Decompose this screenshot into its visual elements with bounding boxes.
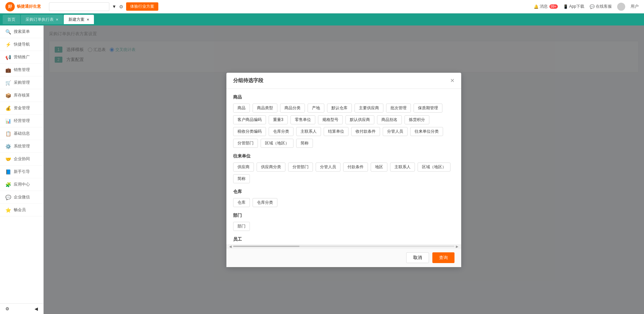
field-tag-warehouse-category[interactable]: 仓库分类 — [269, 127, 293, 136]
cancel-button[interactable]: 取消 — [406, 252, 429, 263]
field-tag-warehouse[interactable]: 仓库 — [233, 198, 250, 207]
field-tag-partners-dept[interactable]: 分管部门 — [288, 163, 313, 172]
avatar[interactable] — [617, 3, 625, 11]
exp-button[interactable]: 体验行业方案 — [126, 2, 158, 11]
settings-bottom-icon[interactable]: ⚙ — [5, 306, 9, 311]
tab-purchase-close-icon[interactable]: ✕ — [56, 18, 58, 21]
modal-footer: 取消 查询 — [226, 248, 461, 267]
field-tag-origin[interactable]: 产地 — [308, 104, 324, 113]
field-tag-tax-code[interactable]: 税收分类编码 — [233, 127, 266, 136]
field-tag-payment-terms[interactable]: 收付款条件 — [351, 127, 380, 136]
section-warehouse-tags: 仓库 仓库分类 — [233, 198, 454, 207]
sidebar-item-quick-nav[interactable]: ⚡ 快捷导航 — [0, 38, 43, 51]
field-tag-short-name[interactable]: 简称 — [296, 139, 313, 148]
collapse-icon[interactable]: ◀ — [35, 306, 38, 311]
field-tag-customer-code[interactable]: 客户商品编码 — [233, 115, 266, 124]
sidebar-item-purchase-label: 采购管理 — [14, 80, 30, 85]
field-tag-department[interactable]: 部门 — [233, 222, 250, 231]
field-tag-batch-mgmt[interactable]: 批次管理 — [386, 104, 411, 113]
modal-close-button[interactable]: ✕ — [450, 77, 454, 84]
quick-nav-icon: ⚡ — [5, 42, 11, 47]
field-tag-goods[interactable]: 商品 — [233, 104, 250, 113]
message-icon: 🔔 — [534, 4, 539, 9]
sidebar-item-sales[interactable]: 💼 销售管理 — [0, 64, 43, 76]
message-badge: 99+ — [549, 4, 558, 9]
tab-new-plan-label: 新建方案 — [68, 17, 85, 22]
sidebar-item-member[interactable]: ⭐ 畅会员 — [0, 204, 43, 216]
message-item[interactable]: 🔔 消息 99+ — [534, 4, 558, 9]
member-icon: ⭐ — [5, 207, 11, 213]
sidebar-item-guide[interactable]: 📘 新手引导 — [0, 166, 43, 178]
field-tag-supplier[interactable]: 供应商 — [233, 163, 254, 172]
guide-icon: 📘 — [5, 169, 11, 175]
sidebar-item-app-center[interactable]: 🧩 应用中心 — [0, 178, 43, 191]
sidebar-item-inventory[interactable]: 📦 库存核算 — [0, 89, 43, 102]
field-tag-region[interactable]: 区域（地区） — [261, 139, 293, 148]
sidebar-item-operation[interactable]: 📊 经营管理 — [0, 115, 43, 127]
sidebar-item-enterprise-wechat[interactable]: 💬 企业微信 — [0, 191, 43, 204]
tab-new-plan[interactable]: 新建方案 ✕ — [64, 15, 94, 24]
sidebar-bottom: ⚙ ◀ — [0, 303, 43, 314]
sidebar-item-sales-label: 销售管理 — [14, 67, 30, 73]
service-label: 在线客服 — [596, 4, 612, 9]
search-input[interactable] — [49, 2, 109, 11]
sidebar-item-finance[interactable]: 💰 资金管理 — [0, 102, 43, 115]
field-tag-area[interactable]: 地区 — [371, 163, 387, 172]
field-tag-default-supplier[interactable]: 默认供应商 — [345, 115, 374, 124]
modal-title: 分组待选字段 — [233, 77, 263, 84]
field-tag-dept[interactable]: 分管部门 — [233, 139, 258, 148]
section-employee: 员工 业务员 — [233, 236, 454, 245]
sidebar-item-purchase[interactable]: 🛒 采购管理 — [0, 76, 43, 89]
section-partners: 往来单位 供应商 供应商分类 分管部门 分管人员 付款条件 地区 主联系人 区域… — [233, 153, 454, 183]
field-tag-manager[interactable]: 分管人员 — [383, 127, 408, 136]
field-tag-partners-short[interactable]: 简称 — [233, 174, 250, 183]
gear-icon[interactable]: ⚙ — [119, 4, 123, 9]
tab-bar: 首页 采购订单执行表 ✕ 新建方案 ✕ — [0, 13, 644, 25]
header-dropdown[interactable]: ▼ — [112, 4, 116, 9]
modal-horizontal-scrollbar[interactable]: ◀ ▶ — [226, 245, 461, 248]
field-tag-points[interactable]: 炼货积分 — [405, 115, 429, 124]
field-tag-partners-region[interactable]: 区域（地区） — [418, 163, 450, 172]
top-header: 好 畅捷通好生意 ▼ ⚙ 体验行业方案 🔔 消息 99+ 📱 App下载 💬 在… — [0, 0, 644, 13]
modal-header: 分组待选字段 ✕ — [226, 73, 461, 89]
field-tag-default-warehouse[interactable]: 默认仓库 — [327, 104, 352, 113]
field-tag-weight[interactable]: 重量3 — [269, 115, 288, 124]
field-tag-shelf-life[interactable]: 保质期管理 — [414, 104, 442, 113]
sidebar-item-basic-info[interactable]: 📋 基础信息 — [0, 127, 43, 140]
field-tag-warehouse-cat[interactable]: 仓库分类 — [253, 198, 277, 207]
field-tag-settlement-unit[interactable]: 结算单位 — [324, 127, 348, 136]
app-download-item[interactable]: 📱 App下载 — [563, 4, 584, 9]
field-tag-goods-alias[interactable]: 商品别名 — [377, 115, 402, 124]
field-tag-partners-contact[interactable]: 主联系人 — [390, 163, 415, 172]
field-tag-supplier-category[interactable]: 供应商分类 — [257, 163, 285, 172]
tab-home[interactable]: 首页 — [3, 15, 20, 24]
service-icon: 💬 — [590, 4, 595, 9]
section-warehouse: 仓库 仓库 仓库分类 — [233, 189, 454, 207]
section-goods: 商品 商品 商品类型 商品分类 产地 默认仓库 主要供应商 批次管理 保质期管理… — [233, 94, 454, 148]
sidebar-item-search[interactable]: 🔍 搜索菜单 — [0, 25, 43, 38]
sidebar-item-quick-nav-label: 快捷导航 — [14, 42, 30, 47]
sidebar-item-system[interactable]: ⚙️ 系统管理 — [0, 140, 43, 153]
field-tag-partner-category[interactable]: 往来单位分类 — [410, 127, 443, 136]
sidebar-item-system-label: 系统管理 — [14, 143, 30, 149]
sidebar-item-search-label: 搜索菜单 — [14, 29, 30, 35]
sidebar-item-operation-label: 经营管理 — [14, 118, 30, 124]
app-label: App下载 — [569, 4, 584, 9]
system-icon: ⚙️ — [5, 144, 11, 149]
tab-purchase-order[interactable]: 采购订单执行表 ✕ — [21, 15, 63, 24]
online-service-item[interactable]: 💬 在线客服 — [590, 4, 612, 9]
field-tag-retail-unit[interactable]: 零售单位 — [290, 115, 315, 124]
sidebar-item-marketing[interactable]: 📢 营销推广 — [0, 51, 43, 64]
tab-new-plan-close-icon[interactable]: ✕ — [87, 18, 89, 21]
field-tag-pay-terms[interactable]: 付款条件 — [343, 163, 368, 172]
field-tag-spec[interactable]: 规格型号 — [318, 115, 343, 124]
sidebar-item-app-center-label: 应用中心 — [14, 182, 30, 187]
field-tag-partners-manager[interactable]: 分管人员 — [316, 163, 340, 172]
field-tag-main-contact[interactable]: 主联系人 — [296, 127, 321, 136]
field-tag-goods-type[interactable]: 商品类型 — [253, 104, 277, 113]
sidebar-item-cooperation[interactable]: 🤝 企业协同 — [0, 153, 43, 166]
field-tag-main-supplier[interactable]: 主要供应商 — [355, 104, 383, 113]
confirm-button[interactable]: 查询 — [432, 252, 454, 263]
modal-body[interactable]: 商品 商品 商品类型 商品分类 产地 默认仓库 主要供应商 批次管理 保质期管理… — [226, 89, 461, 245]
field-tag-goods-category[interactable]: 商品分类 — [280, 104, 305, 113]
